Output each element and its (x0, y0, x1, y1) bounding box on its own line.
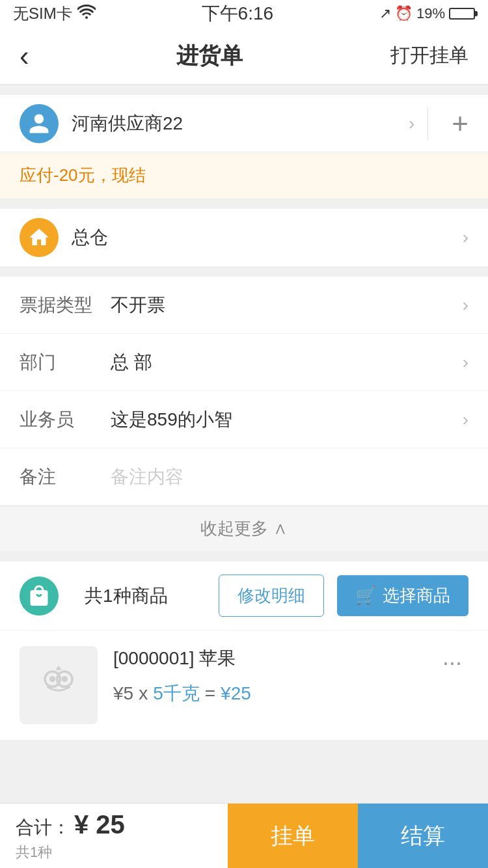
item-total: ¥25 (221, 683, 251, 704)
status-time: 下午6:16 (202, 1, 274, 26)
status-signal: 无SIM卡 (13, 3, 96, 24)
salesperson-value: 这是859的小智 (104, 407, 463, 432)
remark-row[interactable]: 备注 备注内容 (0, 448, 488, 506)
location-icon: ↗ (379, 5, 391, 22)
svg-point-2 (49, 676, 55, 682)
bottom-bar: 合计： ¥ 25 共1种 挂单 结算 (0, 803, 488, 868)
svg-point-3 (62, 676, 68, 682)
back-button[interactable]: ‹ (20, 40, 29, 72)
open-hang-button[interactable]: 打开挂单 (390, 42, 468, 69)
total-section: 合计： ¥ 25 共1种 (0, 804, 228, 868)
divider (427, 107, 428, 140)
department-label: 部门 (20, 350, 104, 375)
edit-detail-button[interactable]: 修改明细 (219, 575, 324, 617)
ticket-type-row[interactable]: 票据类型 不开票 › (0, 277, 488, 334)
checkout-button[interactable]: 结算 (358, 804, 488, 868)
supplier-name: 河南供应商22 (72, 111, 402, 136)
unit-price: ¥5 (113, 683, 133, 704)
salesperson-label: 业务员 (20, 407, 104, 432)
status-right: ↗ ⏰ 19% (379, 5, 475, 22)
alarm-icon: ⏰ (395, 5, 413, 22)
supplier-section: 河南供应商22 › + 应付-20元，现结 (0, 95, 488, 198)
product-more-button[interactable]: ··· (436, 646, 468, 679)
remark-placeholder: 备注内容 (104, 465, 468, 489)
product-info: [0000001] 苹果 ¥5 x 5千克 = ¥25 (113, 646, 420, 724)
supplier-row[interactable]: 河南供应商22 › + (0, 95, 488, 152)
equals-sign: = (205, 683, 215, 704)
product-icon (20, 576, 59, 616)
product-item: [0000001] 苹果 ¥5 x 5千克 = ¥25 ··· (0, 631, 488, 740)
product-count: 共1种商品 (85, 584, 206, 608)
collapse-toggle[interactable]: 收起更多 ∧ (0, 506, 488, 551)
total-label: 合计： (16, 815, 70, 840)
warehouse-icon (20, 218, 59, 257)
remark-label: 备注 (20, 465, 104, 489)
warehouse-name: 总仓 (72, 225, 456, 250)
product-header: 共1种商品 修改明细 🛒 选择商品 (0, 562, 488, 630)
cart-icon: 🛒 (355, 586, 376, 606)
warehouse-section: 总仓 › (0, 209, 488, 266)
product-thumbnail (20, 646, 98, 724)
wifi-icon (77, 5, 96, 23)
salesperson-chevron: › (463, 409, 468, 430)
product-price-row: ¥5 x 5千克 = ¥25 (113, 681, 420, 706)
warehouse-row[interactable]: 总仓 › (0, 209, 488, 266)
supplier-icon (20, 104, 59, 143)
select-product-button[interactable]: 🛒 选择商品 (337, 575, 468, 616)
battery-icon (449, 8, 475, 20)
total-amount: ¥ 25 (74, 810, 125, 839)
supplier-chevron: › (409, 113, 414, 134)
spacer-1 (0, 85, 488, 95)
department-chevron: › (463, 352, 468, 373)
department-row[interactable]: 部门 总 部 › (0, 334, 488, 391)
warehouse-chevron: › (463, 227, 468, 248)
nav-bar: ‹ 进货单 打开挂单 (0, 27, 488, 85)
hang-button[interactable]: 挂单 (228, 804, 358, 868)
department-value: 总 部 (104, 350, 463, 375)
page-title: 进货单 (176, 41, 243, 71)
ticket-type-chevron: › (463, 295, 468, 316)
add-supplier-button[interactable]: + (452, 109, 468, 138)
ticket-type-label: 票据类型 (20, 293, 104, 318)
battery-percent: 19% (416, 5, 445, 22)
salesperson-row[interactable]: 业务员 这是859的小智 › (0, 391, 488, 448)
status-bar: 无SIM卡 下午6:16 ↗ ⏰ 19% (0, 0, 488, 27)
sim-label: 无SIM卡 (13, 3, 72, 24)
notice-bar: 应付-20元，现结 (0, 152, 488, 198)
total-count: 共1种 (16, 843, 212, 862)
product-name: [0000001] 苹果 (113, 646, 420, 671)
multiply-sign: x (139, 683, 148, 704)
quantity: 5千克 (153, 681, 200, 706)
ticket-type-value: 不开票 (104, 293, 463, 318)
form-section: 票据类型 不开票 › 部门 总 部 › 业务员 这是859的小智 › 备注 备注… (0, 277, 488, 551)
